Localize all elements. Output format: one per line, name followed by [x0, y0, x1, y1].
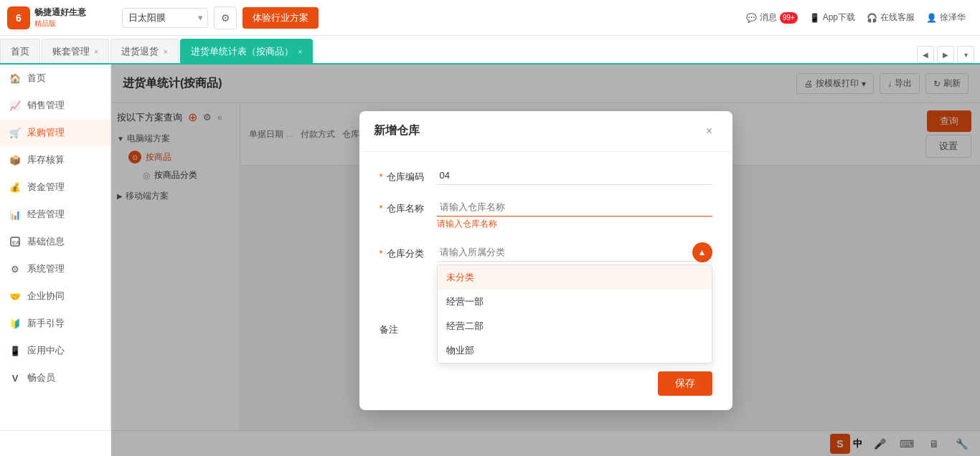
main-layout: 🏠 首页 📈 销售管理 🛒 采购管理 📦 库存核算 💰 资金管理 📊 经营管理 [0, 65, 980, 456]
mobile-icon: 📱 [809, 13, 820, 23]
form-row-category: * 仓库分类 ▲ 未分类 经营一部 经 [380, 243, 712, 262]
svg-text:EA: EA [12, 239, 20, 246]
dropdown-item-ops1[interactable]: 经营一部 [438, 290, 712, 314]
close-tab-purchase-return[interactable]: × [163, 47, 167, 56]
code-label: * 仓库编码 [380, 166, 437, 184]
operations-icon: 📊 [9, 208, 22, 221]
close-tab-purchase-stat[interactable]: × [298, 47, 302, 56]
enterprise-icon: 🤝 [9, 290, 22, 303]
tab-account[interactable]: 账套管理 × [42, 39, 109, 63]
sidebar-item-system[interactable]: ⚙ 系统管理 [0, 255, 110, 282]
close-tab-account[interactable]: × [94, 47, 98, 56]
tab-right-btn[interactable]: ▶ [937, 46, 954, 63]
app-center-icon: 📱 [9, 344, 22, 357]
message-icon: 💬 [746, 13, 757, 23]
sidebar-item-app-center[interactable]: 📱 应用中心 [0, 337, 110, 364]
finance-icon: 💰 [9, 181, 22, 194]
sidebar-item-inventory[interactable]: 📦 库存核算 [0, 146, 110, 174]
dropdown-item-property[interactable]: 物业部 [438, 338, 712, 363]
sidebar-item-enterprise[interactable]: 🤝 企业协同 [0, 282, 110, 310]
dropdown-item-ops2[interactable]: 经营二部 [438, 314, 712, 338]
tab-home[interactable]: 首页 [0, 39, 40, 63]
modal-body: * 仓库编码 * 仓库名称 [359, 152, 732, 371]
name-label: * 仓库名称 [380, 198, 437, 215]
inventory-icon: 📦 [9, 153, 22, 166]
modal-header: 新增仓库 × [359, 111, 732, 152]
sidebar-item-operations[interactable]: 📊 经营管理 [0, 201, 110, 228]
content-area: 进货单统计(按商品) 🖨 按模板打印 ▾ ↓ 导出 ↻ 刷新 [111, 65, 980, 456]
form-row-code: * 仓库编码 [380, 166, 712, 185]
logo-icon: 6 [7, 6, 30, 29]
category-arrow-btn[interactable]: ▲ [692, 242, 712, 262]
save-button[interactable]: 保存 [658, 371, 712, 396]
trial-button[interactable]: 体验行业方案 [242, 7, 319, 29]
avatar-icon: 👤 [926, 13, 937, 23]
modal-close-button[interactable]: × [701, 123, 718, 140]
category-label: * 仓库分类 [380, 243, 437, 260]
tab-left-btn[interactable]: ◀ [917, 46, 934, 63]
home-icon: 🏠 [9, 72, 22, 85]
sidebar-item-member[interactable]: V 畅会员 [0, 364, 110, 391]
user-profile-button[interactable]: 👤 徐泽华 [926, 11, 966, 24]
category-field-wrapper: ▲ 未分类 经营一部 经营二部 物业部 [437, 243, 712, 262]
form-row-name: * 仓库名称 请输入仓库名称 [380, 198, 712, 230]
headset-icon: 🎧 [867, 13, 877, 23]
modal-overlay: 新增仓库 × * 仓库编码 [111, 65, 980, 456]
gear-button[interactable]: ⚙ [214, 6, 237, 29]
message-badge: 99+ [780, 12, 798, 24]
name-field-wrapper: 请输入仓库名称 [437, 198, 712, 230]
guide-icon: 🔰 [9, 317, 22, 330]
app-download-button[interactable]: 📱 App下载 [809, 11, 855, 24]
logo-area: 6 畅捷通好生意 精品版 [7, 6, 115, 29]
sidebar: 🏠 首页 📈 销售管理 🛒 采购管理 📦 库存核算 💰 资金管理 📊 经营管理 [0, 65, 111, 456]
tab-bar: 首页 账套管理 × 进货退货 × 进货单统计表（按商品） × ◀ ▶ ▾ [0, 36, 980, 65]
basic-info-icon: EA [9, 235, 22, 248]
tab-purchase-stat[interactable]: 进货单统计表（按商品） × [180, 39, 313, 63]
search-area: 日太阳膜 ⚙ 体验行业方案 [115, 6, 746, 29]
sidebar-item-basic-info[interactable]: EA 基础信息 [0, 228, 110, 255]
top-right-area: 💬 消息 99+ 📱 App下载 🎧 在线客服 👤 徐泽华 [746, 11, 973, 24]
note-label: 备注 [380, 319, 437, 336]
tab-controls: ◀ ▶ ▾ [917, 46, 980, 63]
message-button[interactable]: 💬 消息 99+ [746, 11, 798, 24]
tab-menu-btn[interactable]: ▾ [957, 46, 974, 63]
modal-footer: 保存 [359, 371, 732, 396]
member-icon: V [9, 371, 22, 384]
code-input[interactable] [437, 166, 712, 185]
logo-text: 畅捷通好生意 精品版 [34, 6, 86, 29]
modal-title: 新增仓库 [374, 123, 420, 138]
top-navbar: 6 畅捷通好生意 精品版 日太阳膜 ⚙ 体验行业方案 💬 消息 99+ 📱 Ap… [0, 0, 980, 36]
sidebar-item-finance[interactable]: 💰 资金管理 [0, 174, 110, 201]
sales-icon: 📈 [9, 99, 22, 112]
category-dropdown: 未分类 经营一部 经营二部 物业部 [437, 265, 712, 364]
name-input[interactable] [437, 198, 712, 217]
tab-purchase-return[interactable]: 进货退货 × [110, 39, 178, 63]
name-error-msg: 请输入仓库名称 [437, 218, 712, 230]
add-warehouse-modal: 新增仓库 × * 仓库编码 [359, 111, 732, 410]
search-dropdown[interactable]: 日太阳膜 [122, 8, 208, 28]
sidebar-item-purchase[interactable]: 🛒 采购管理 [0, 119, 110, 146]
purchase-icon: 🛒 [9, 126, 22, 139]
code-field-wrapper [437, 166, 712, 185]
dropdown-item-uncategorized[interactable]: 未分类 [438, 265, 712, 290]
online-service-button[interactable]: 🎧 在线客服 [867, 11, 915, 24]
sidebar-item-home[interactable]: 🏠 首页 [0, 65, 110, 92]
sidebar-item-sales[interactable]: 📈 销售管理 [0, 92, 110, 119]
sidebar-item-guide[interactable]: 🔰 新手引导 [0, 310, 110, 337]
system-icon: ⚙ [9, 262, 22, 275]
category-select-wrapper: ▲ [437, 243, 712, 262]
category-input[interactable] [437, 243, 712, 262]
